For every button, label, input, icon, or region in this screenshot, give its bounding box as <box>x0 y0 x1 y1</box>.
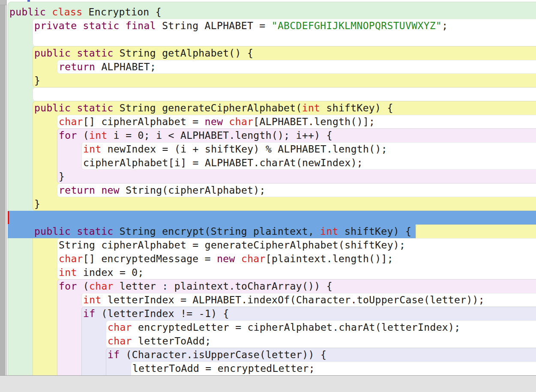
scope-highlight-method <box>416 224 536 238</box>
code-line[interactable]: letterToAdd = encryptedLetter; <box>7 362 536 375</box>
code-line[interactable]: int newIndex = (i + shiftKey) % ALPHABET… <box>7 142 536 156</box>
code-line[interactable]: cipherAlphabet[i] = ALPHABET.charAt(newI… <box>7 156 536 170</box>
code-line[interactable]: char[] encryptedMessage = new char[plain… <box>7 252 536 266</box>
scope-highlight-box <box>33 87 536 101</box>
code-line[interactable]: if (letterIndex != -1) { <box>7 307 536 320</box>
code-text: } <box>34 74 40 87</box>
code-line[interactable] <box>7 87 536 101</box>
status-bar <box>0 375 536 392</box>
code-text: char encryptedLetter = cipherAlphabet.ch… <box>108 320 460 334</box>
code-text: int letterIndex = ALPHABET.indexOf(Chara… <box>83 293 485 307</box>
code-text: char[] encryptedMessage = new char[plain… <box>59 252 393 266</box>
code-text: public static String getAlphabet() { <box>34 46 253 60</box>
code-line[interactable]: return new String(cipherAlphabet); <box>7 183 536 197</box>
code-text: int index = 0; <box>59 266 144 279</box>
code-line[interactable]: String cipherAlphabet = generateCipherAl… <box>7 238 536 252</box>
code-line[interactable]: int letterIndex = ALPHABET.indexOf(Chara… <box>7 293 536 307</box>
code-line[interactable] <box>7 33 536 46</box>
code-text: int newIndex = (i + shiftKey) % ALPHABET… <box>83 142 387 156</box>
code-text: cipherAlphabet[i] = ALPHABET.charAt(newI… <box>83 156 363 170</box>
cursor-position-marker <box>27 0 30 2</box>
code-text: for (char letter : plaintext.toCharArray… <box>59 279 332 293</box>
code-text: return ALPHABET; <box>59 60 156 74</box>
code-text: for (int i = 0; i < ALPHABET.length(); i… <box>59 129 332 142</box>
code-text: private static final String ALPHABET = "… <box>34 19 448 33</box>
code-line[interactable]: for (char letter : plaintext.toCharArray… <box>7 279 536 293</box>
code-line[interactable]: char[] cipherAlphabet = new char[ALPHABE… <box>7 115 536 129</box>
code-text: } <box>34 197 40 211</box>
code-line[interactable]: public static String encrypt(String plai… <box>7 224 536 238</box>
selection-highlight <box>8 211 536 224</box>
code-text: public static String encrypt(String plai… <box>34 224 411 238</box>
code-line[interactable]: public static String generateCipherAlpha… <box>7 101 536 115</box>
code-line[interactable] <box>7 211 536 224</box>
scope-highlight-box <box>33 33 536 46</box>
text-cursor <box>8 211 9 224</box>
code-text: if (letterIndex != -1) { <box>83 307 229 320</box>
code-line[interactable]: public static String getAlphabet() { <box>7 46 536 60</box>
code-line[interactable]: char encryptedLetter = cipherAlphabet.ch… <box>7 320 536 334</box>
code-text: } <box>59 170 65 183</box>
code-line[interactable]: } <box>7 170 536 183</box>
code-text: public static String generateCipherAlpha… <box>34 101 393 115</box>
breakpoint-gutter[interactable] <box>0 0 7 392</box>
code-line[interactable]: private static final String ALPHABET = "… <box>7 19 536 33</box>
code-line[interactable]: } <box>7 197 536 211</box>
code-text: char[] cipherAlphabet = new char[ALPHABE… <box>59 115 375 129</box>
code-line[interactable]: int index = 0; <box>7 266 536 279</box>
code-line[interactable]: public class Encryption { <box>7 5 536 19</box>
code-line[interactable]: char letterToAdd; <box>7 334 536 348</box>
code-line[interactable]: return ALPHABET; <box>7 60 536 74</box>
scope-highlight-loop <box>57 170 536 183</box>
scope-highlight-method <box>33 74 536 87</box>
code-text: if (Character.isUpperCase(letter)) { <box>108 348 326 362</box>
scope-highlight-method <box>33 197 536 211</box>
code-line[interactable]: if (Character.isUpperCase(letter)) { <box>7 348 536 362</box>
code-text: String cipherAlphabet = generateCipherAl… <box>59 238 405 252</box>
code-text: char letterToAdd; <box>108 334 211 348</box>
code-text: letterToAdd = encryptedLetter; <box>132 362 315 375</box>
code-text: public class Encryption { <box>9 5 162 19</box>
code-line[interactable]: for (int i = 0; i < ALPHABET.length(); i… <box>7 129 536 142</box>
code-editor[interactable]: public class Encryption {private static … <box>7 0 536 375</box>
gutter-corner <box>0 0 7 5</box>
code-text: return new String(cipherAlphabet); <box>59 183 266 197</box>
code-line[interactable]: } <box>7 74 536 87</box>
